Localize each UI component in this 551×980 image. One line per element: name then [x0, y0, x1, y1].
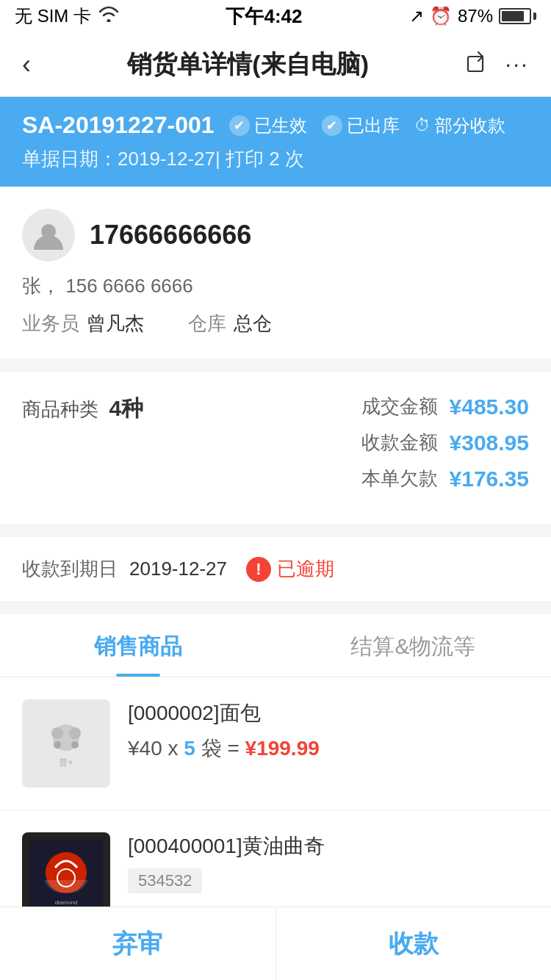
status-time: 下午4:42	[226, 4, 302, 29]
nav-bar: ‹ 销货单详情(来自电脑) ···	[0, 32, 551, 97]
section-divider-2	[0, 525, 551, 537]
svg-text:普+: 普+	[59, 757, 73, 768]
list-item: 普+ [0000002]面包 ¥40 x 5 袋 = ¥199.99	[0, 677, 551, 810]
status-badge-3: ⏱ 部分收款	[414, 114, 505, 137]
customer-phone: 17666666666	[90, 220, 251, 251]
battery-icon	[499, 8, 536, 24]
salesperson-item: 业务员 曾凡杰	[22, 311, 144, 336]
overdue-badge: ! 已逾期	[246, 556, 334, 582]
product-name-2: [000400001]黄油曲奇	[128, 832, 529, 860]
section-divider-3	[0, 602, 551, 614]
carrier-text: 无 SIM 卡	[15, 4, 91, 28]
tab-settlement[interactable]: 结算&物流等	[276, 614, 551, 677]
check-icon-2: ✔	[322, 115, 342, 136]
customer-section: 17666666666 张， 156 6666 6666 业务员 曾凡杰 仓库 …	[0, 187, 551, 359]
check-icon-1: ✔	[229, 115, 250, 136]
section-divider-1	[0, 360, 551, 372]
page-title: 销货单详情(来自电脑)	[127, 48, 369, 82]
share-icon[interactable]	[465, 49, 490, 80]
cancel-button[interactable]: 弃审	[0, 907, 276, 980]
due-date-section: 收款到期日 2019-12-27 ! 已逾期	[0, 537, 551, 601]
clock-icon: ⏱	[414, 116, 431, 135]
status-bar: 无 SIM 卡 下午4:42 ↗ ⏰ 87%	[0, 0, 551, 32]
product-price-row-1: ¥40 x 5 袋 = ¥199.99	[128, 735, 529, 763]
location-icon: ↗	[409, 6, 424, 26]
overdue-text: 已逾期	[277, 556, 334, 582]
status-badge-2: ✔ 已出库	[322, 114, 400, 137]
svg-text:diamond: diamond	[55, 899, 78, 906]
battery-percent: 87%	[458, 6, 493, 26]
product-info-1: [0000002]面包 ¥40 x 5 袋 = ¥199.99	[128, 699, 529, 763]
back-button[interactable]: ‹	[22, 49, 31, 80]
product-type-row: 商品种类 4种	[22, 394, 143, 424]
wifi-icon	[98, 6, 119, 26]
product-name-1: [0000002]面包	[128, 699, 529, 727]
more-icon[interactable]: ···	[505, 51, 529, 78]
order-date-row: 单据日期：2019-12-27| 打印 2 次	[22, 146, 529, 172]
confirm-button[interactable]: 收款	[276, 907, 552, 980]
svg-point-4	[51, 727, 63, 739]
owed-amount-row: 本单欠款 ¥176.35	[361, 466, 529, 491]
customer-meta: 业务员 曾凡杰 仓库 总仓	[22, 311, 529, 336]
tabs-bar: 销售商品 结算&物流等	[0, 614, 551, 677]
order-id: SA-20191227-001	[22, 112, 215, 139]
status-badge-1: ✔ 已生效	[229, 114, 307, 137]
avatar	[22, 209, 75, 262]
overdue-icon: !	[246, 557, 271, 582]
stats-section: 商品种类 4种 成交金额 ¥485.30 收款金额 ¥308.95 本单欠款 ¥…	[0, 372, 551, 524]
product-thumbnail-1: 普+	[22, 699, 110, 788]
customer-contact: 张， 156 6666 6666	[22, 273, 529, 299]
svg-point-6	[54, 741, 61, 749]
stats-left: 商品种类 4种	[22, 394, 143, 430]
status-right: ↗ ⏰ 87%	[409, 6, 536, 26]
stats-right: 成交金额 ¥485.30 收款金额 ¥308.95 本单欠款 ¥176.35	[361, 394, 529, 502]
received-amount-row: 收款金额 ¥308.95	[361, 430, 529, 455]
deal-amount-row: 成交金额 ¥485.30	[361, 394, 529, 419]
nav-actions: ···	[465, 49, 529, 80]
product-tag-2: 534532	[128, 868, 202, 893]
tab-products[interactable]: 销售商品	[0, 614, 276, 677]
warehouse-item: 仓库 总仓	[188, 311, 272, 336]
svg-point-7	[71, 741, 79, 749]
svg-point-5	[69, 727, 81, 739]
status-left: 无 SIM 卡	[15, 4, 119, 28]
order-banner: SA-20191227-001 ✔ 已生效 ✔ 已出库 ⏱ 部分收款 单据日期：…	[0, 97, 551, 187]
alarm-icon: ⏰	[430, 6, 452, 26]
bottom-bar: 弃审 收款	[0, 907, 551, 980]
